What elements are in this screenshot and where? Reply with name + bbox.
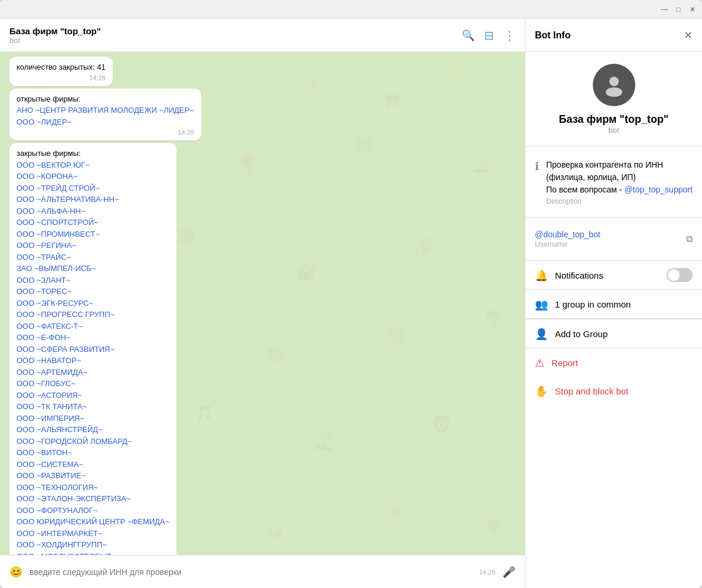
search-icon[interactable]: 🔍 xyxy=(462,29,475,42)
maximize-button[interactable]: □ xyxy=(674,5,683,14)
emoji-icon[interactable]: 😊 xyxy=(9,566,22,579)
close-panel-button[interactable]: ✕ xyxy=(684,29,693,42)
chat-input-bar: 😊 14:28 🎤 xyxy=(0,555,525,588)
more-icon[interactable]: ⋮ xyxy=(504,28,515,43)
notifications-label: Notifications xyxy=(555,270,603,280)
add-to-group-row[interactable]: 👤 Add to Group xyxy=(525,319,702,348)
mic-icon[interactable]: 🎤 xyxy=(502,566,515,579)
message-text: открытые фирмы: АНО ~ЦЕНТР РАЗВИТИЯ МОЛО… xyxy=(17,93,194,128)
chat-header-actions: 🔍 ⊟ ⋮ xyxy=(462,28,515,43)
info-circle-icon: ℹ xyxy=(535,160,539,173)
hand-icon: ✋ xyxy=(535,385,548,398)
message-text: закрытые фирмы: ООО ~ВЕКТОР ЮГ~ ООО ~КОР… xyxy=(17,148,169,555)
chat-input[interactable] xyxy=(30,567,472,577)
bot-info-panel: Bot Info ✕ База фирм "top_top" bot ℹ xyxy=(525,19,702,588)
title-bar: — □ ✕ xyxy=(0,0,702,19)
add-to-group-label: Add to Group xyxy=(555,329,608,339)
chat-header: База фирм "top_top" bot 🔍 ⊟ ⋮ xyxy=(0,19,525,52)
description-section: ℹ Проверка контрагента по ИНН (физлица, … xyxy=(525,147,702,218)
username-content: @double_top_bot Username xyxy=(535,230,679,249)
bot-info-header: Bot Info ✕ xyxy=(525,19,702,52)
stop-block-row[interactable]: ✋ Stop and block bot xyxy=(525,377,702,405)
svg-point-30 xyxy=(606,87,622,97)
notifications-toggle[interactable] xyxy=(667,268,693,282)
username-section: @double_top_bot Username ⧉ xyxy=(525,218,702,261)
chat-header-info: База фирм "top_top" bot xyxy=(9,26,101,45)
notifications-row: 🔔 Notifications xyxy=(525,261,702,290)
bot-info-title: Bot Info xyxy=(535,30,570,41)
chat-panel: База фирм "top_top" bot 🔍 ⊟ ⋮ 🍕 🎁 ⭐ 🌙 xyxy=(0,19,525,588)
group-label: 1 group in common xyxy=(555,299,631,309)
message-time: 14:28 xyxy=(17,74,106,81)
notifications-left: 🔔 Notifications xyxy=(535,268,603,282)
message-bubble: открытые фирмы: АНО ~ЦЕНТР РАЗВИТИЯ МОЛО… xyxy=(9,89,201,141)
username-label: Username xyxy=(535,240,679,249)
close-window-button[interactable]: ✕ xyxy=(688,5,697,14)
messages-list: количество закрытых: 41 14:28 открытые ф… xyxy=(9,57,515,555)
input-time: 14:28 xyxy=(479,569,495,576)
message-bubble: закрытые фирмы: ООО ~ВЕКТОР ЮГ~ ООО ~КОР… xyxy=(9,143,177,555)
groups-row: 👥 1 group in common xyxy=(525,290,702,319)
message-bubble: количество закрытых: 41 14:28 xyxy=(9,57,113,86)
username-text[interactable]: @double_top_bot xyxy=(535,230,679,239)
svg-point-29 xyxy=(609,77,619,86)
description-content: Проверка контрагента по ИНН (физлица, юр… xyxy=(546,159,693,205)
message-text: количество закрытых: 41 xyxy=(17,61,106,73)
copy-icon[interactable]: ⧉ xyxy=(686,234,693,244)
chat-title: База фирм "top_top" xyxy=(9,26,101,36)
group-icon: 👥 xyxy=(535,298,548,311)
report-label: Report xyxy=(551,358,578,368)
bell-icon: 🔔 xyxy=(535,269,548,282)
add-person-icon: 👤 xyxy=(535,328,548,341)
columns-icon[interactable]: ⊟ xyxy=(484,28,494,43)
description-label: Description xyxy=(546,197,693,205)
bot-profile: База фирм "top_top" bot xyxy=(525,52,702,147)
stop-block-label: Stop and block bot xyxy=(555,386,628,396)
warning-icon: ⚠ xyxy=(535,357,544,370)
message-time: 14:28 xyxy=(17,129,194,136)
bot-type: bot xyxy=(608,126,619,135)
report-row[interactable]: ⚠ Report xyxy=(525,348,702,377)
bot-avatar xyxy=(593,64,635,106)
description-text: Проверка контрагента по ИНН (физлица, юр… xyxy=(546,159,693,196)
username-row: @double_top_bot Username ⧉ xyxy=(535,225,693,253)
description-row: ℹ Проверка контрагента по ИНН (физлица, … xyxy=(535,154,693,210)
chat-messages-area: 🍕 🎁 ⭐ 🌙 🎀 🌟 🦋 🐟 🎈 🍀 🔔 🏆 🎯 🎪 🌈 🍬 xyxy=(0,52,525,555)
bot-name: База фирм "top_top" xyxy=(559,113,669,126)
minimize-button[interactable]: — xyxy=(659,5,669,14)
chat-subtitle: bot xyxy=(9,36,101,45)
support-link[interactable]: @top_top_support xyxy=(624,185,692,194)
